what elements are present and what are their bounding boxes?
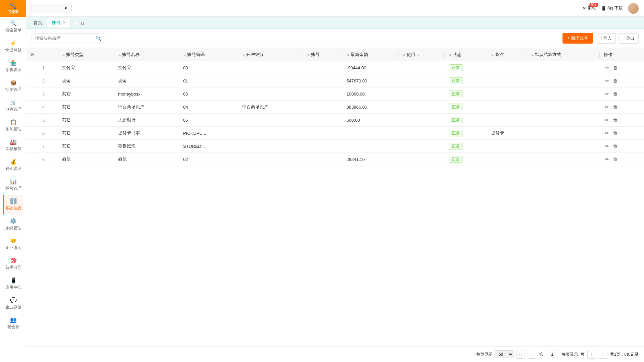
sidebar-icon-appcenter: 📱 [10, 277, 17, 284]
app-download-label: App下载 [607, 5, 623, 11]
cell-settlement [527, 61, 599, 74]
col-balance[interactable]: ⇅最新余额 [342, 48, 398, 61]
sidebar-icon-operations: 📊 [10, 178, 17, 185]
sidebar-item-system[interactable]: ⚙️系统管理 [3, 215, 23, 234]
sidebar-item-wholesale[interactable]: 📦批发管理 [3, 76, 23, 96]
table-row: 8 微信 微信 02 28241.10 正常 ✏ 🗑 [26, 153, 644, 166]
cell-bank [238, 61, 303, 74]
delete-button[interactable]: 🗑 [611, 77, 619, 84]
col-usage[interactable]: ⇅使用... [398, 48, 445, 61]
notification-button[interactable]: ✉ 消息 99+ [583, 5, 596, 11]
page-size-select[interactable]: 50 10 20 100 [495, 350, 514, 358]
top-search-input[interactable] [35, 6, 65, 11]
sidebar-item-guide[interactable]: 🎯新手引导 [3, 254, 23, 274]
sidebar-item-search[interactable]: 🔍搜索菜单 [3, 17, 23, 37]
col-remark[interactable]: ⇅备注 [487, 48, 527, 61]
cell-account [303, 87, 342, 101]
cell-action: ✏ 🗑 [600, 114, 644, 127]
cell-num: 8 [38, 153, 58, 166]
sidebar-item-ecommerce[interactable]: 🛒电商管理 [3, 96, 23, 116]
search-icon[interactable]: 🔍 [96, 36, 101, 41]
cell-code: 02 [179, 153, 238, 166]
tab-account-close[interactable]: ✕ [63, 21, 66, 24]
sidebar-item-finance[interactable]: 💰资金管理 [3, 155, 23, 175]
sidebar-label-ecommerce: 电商管理 [5, 107, 21, 112]
sidebar-item-purchase[interactable]: 📋采购管理 [3, 116, 23, 135]
prev-page-button[interactable]: ⟨ [528, 350, 536, 359]
add-account-button[interactable]: + 新增账号 [562, 33, 593, 44]
sidebar-item-member[interactable]: 👥畅会员 [3, 313, 23, 333]
cell-name: 提货卡（零... [114, 127, 179, 140]
sidebar-item-shortcut[interactable]: ⚡快捷导航 [3, 37, 23, 56]
maximize-button[interactable]: □ [80, 20, 85, 25]
cell-usage [398, 87, 445, 101]
export-icon: ↓ [623, 36, 625, 41]
col-account[interactable]: ⇅账号 [303, 48, 342, 61]
app-subtitle: 乐捷版 [8, 10, 18, 14]
sidebar-item-retail[interactable]: 🏪零售管理 [3, 56, 23, 76]
col-settings[interactable]: ⚙ [26, 48, 38, 61]
user-avatar[interactable] [628, 3, 639, 14]
delete-button[interactable]: 🗑 [611, 156, 619, 163]
sidebar-label-member: 畅会员 [7, 324, 19, 330]
col-bank[interactable]: ⇅开户银行 [238, 48, 303, 61]
cell-status: 正常 [445, 61, 487, 74]
col-name[interactable]: ⇅账号名称 [114, 48, 179, 61]
delete-button[interactable]: 🗑 [611, 117, 619, 123]
delete-button[interactable]: 🗑 [611, 130, 619, 136]
sidebar: 🐾 乐捷版 🔍搜索菜单⚡快捷导航🏪零售管理📦批发管理🛒电商管理📋采购管理🏭库存核… [0, 0, 26, 362]
edit-button[interactable]: ✏ [604, 130, 610, 136]
pagination: 每页显示 50 10 20 100 ⟨⟨ ⟨ 第 每页显示 页 ⟩ ⟩⟩ 共1页… [26, 346, 644, 362]
search-box[interactable]: 🔍 [32, 34, 105, 43]
sidebar-item-basicinfo[interactable]: ℹ️基础信息 [3, 195, 23, 215]
edit-button[interactable]: ✏ [604, 117, 610, 123]
header-left: ▾ [32, 4, 72, 12]
search-input[interactable] [35, 36, 96, 41]
sidebar-label-operations: 经营管理 [5, 186, 21, 191]
delete-button[interactable]: 🗑 [611, 90, 619, 97]
edit-button[interactable]: ✏ [604, 104, 610, 110]
edit-button[interactable]: ✏ [604, 156, 610, 163]
tab-home[interactable]: 首页 [29, 18, 47, 27]
edit-button[interactable]: ✏ [604, 143, 610, 149]
col-code[interactable]: ⇅账号编码 [179, 48, 238, 61]
edit-button[interactable]: ✏ [604, 64, 610, 71]
col-type[interactable]: ⇅账号类型 [58, 48, 114, 61]
minimize-button[interactable]: − [73, 20, 78, 25]
col-status[interactable]: ⇅状态 [445, 48, 487, 61]
edit-button[interactable]: ✏ [604, 90, 610, 97]
app-logo: 🐾 乐捷版 [0, 0, 26, 17]
page-input[interactable] [546, 351, 559, 358]
tab-account[interactable]: 账号 ✕ [47, 18, 71, 27]
sidebar-item-inventory[interactable]: 🏭库存核算 [3, 135, 23, 155]
sidebar-item-appcenter[interactable]: 📱应用中心 [3, 274, 23, 294]
export-button[interactable]: ↓ 导出 [619, 33, 639, 44]
import-label: 导入 [603, 36, 611, 41]
sidebar-label-wechat: 企业微信 [5, 304, 21, 310]
first-page-button[interactable]: ⟨⟨ [516, 350, 525, 359]
import-button[interactable]: ↑ 导入 [596, 33, 616, 44]
delete-button[interactable]: 🗑 [611, 104, 619, 110]
cell-code: 01 [179, 74, 238, 87]
cell-remark [487, 87, 527, 101]
app-download-button[interactable]: 📱 App下载 [601, 5, 623, 11]
tab-home-label: 首页 [34, 20, 42, 26]
cell-type: 其它 [58, 87, 114, 101]
col-settlement[interactable]: ⇅默认结算方式 [527, 48, 599, 61]
cell-balance: -90444.00 [342, 61, 398, 74]
sidebar-item-wechat[interactable]: 💬企业微信 [3, 294, 23, 313]
sidebar-label-search: 搜索菜单 [5, 27, 21, 33]
next-page-button[interactable]: ⟩ [587, 350, 596, 359]
edit-button[interactable]: ✏ [604, 77, 610, 84]
table-row: 7 其它 零售抵现 STORED... 正常 ✏ 🗑 [26, 140, 644, 153]
delete-button[interactable]: 🗑 [611, 64, 619, 71]
sidebar-item-operations[interactable]: 📊经营管理 [3, 175, 23, 195]
top-search-box[interactable]: ▾ [32, 4, 72, 12]
last-page-button[interactable]: ⟩⟩ [599, 350, 607, 359]
delete-button[interactable]: 🗑 [611, 143, 619, 149]
cell-account [303, 101, 342, 114]
sidebar-item-enterprise[interactable]: 🤝企业协同 [3, 234, 23, 254]
header-right: ✉ 消息 99+ 📱 App下载 [583, 3, 639, 14]
cell-account [303, 153, 342, 166]
col-num [38, 48, 58, 61]
